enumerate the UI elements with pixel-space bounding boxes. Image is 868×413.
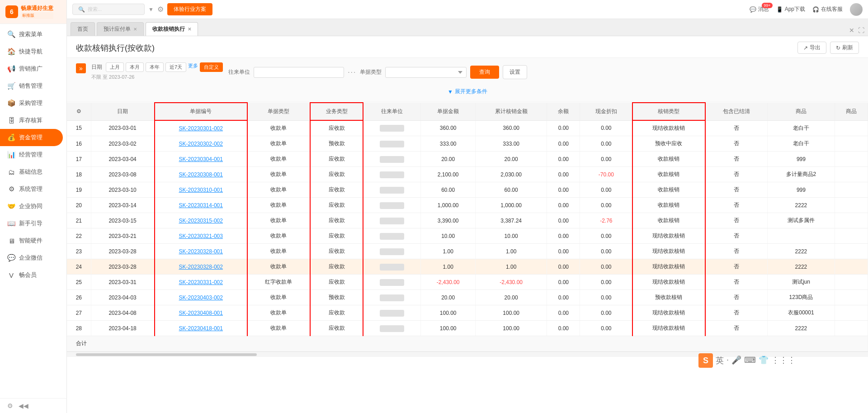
- settings-icon[interactable]: ⚙: [7, 402, 13, 409]
- sidebar-item-purchase[interactable]: 📦采购管理: [0, 95, 66, 112]
- col-goods2[interactable]: 商品: [835, 103, 868, 120]
- table-row[interactable]: 21 2023-03-15 SK-20230315-002 收款单 应收款 3,…: [67, 213, 868, 228]
- fullscreen-icon[interactable]: ⛶: [858, 27, 864, 34]
- refresh-btn[interactable]: ↻ 刷新: [830, 42, 859, 54]
- cell-billno[interactable]: SK-20230403-002: [155, 290, 247, 305]
- date-prev-month[interactable]: 上月: [106, 62, 124, 72]
- bill-type-select[interactable]: [385, 67, 467, 78]
- col-goods1[interactable]: 商品: [767, 103, 835, 120]
- topbar-gear-icon[interactable]: ⚙: [157, 5, 164, 14]
- sidebar-item-finance[interactable]: 💰资金管理: [0, 129, 63, 146]
- cell-billno[interactable]: SK-20230408-001: [155, 305, 247, 321]
- tab-payable[interactable]: 预计应付单 ✕: [97, 22, 144, 36]
- sidebar-item-corp[interactable]: 🤝企业协同: [0, 198, 66, 215]
- horizontal-scrollbar[interactable]: [76, 353, 257, 356]
- topbar-search[interactable]: 🔍 搜索...: [72, 4, 145, 15]
- table-row[interactable]: 16 2023-03-02 SK-20230302-002 收款单 预收款 33…: [67, 136, 868, 152]
- sidebar-item-sales[interactable]: 🛒销售管理: [0, 77, 66, 95]
- cell-billno[interactable]: SK-20230418-001: [155, 321, 247, 336]
- cell-billno[interactable]: SK-20230328-001: [155, 244, 247, 259]
- online-service-btn[interactable]: 🎧 在线客服: [812, 5, 843, 13]
- col-writetype[interactable]: 核销类型: [632, 103, 705, 120]
- table-row[interactable]: 20 2023-03-14 SK-20230314-001 收款单 应收款 1,…: [67, 198, 868, 213]
- tab-home[interactable]: 首页: [71, 22, 95, 36]
- col-settings[interactable]: ⚙: [67, 103, 91, 120]
- sidebar-item-basic[interactable]: 🗂基础信息: [0, 163, 66, 180]
- sidebar-item-inventory[interactable]: 🗄库存核算: [0, 112, 66, 129]
- date-this-year[interactable]: 本年: [146, 62, 164, 72]
- table-row[interactable]: 27 2023-04-08 SK-20230408-001 收款单 应收款 10…: [67, 305, 868, 321]
- export-btn[interactable]: ↗ 导出: [797, 42, 826, 54]
- sidebar-item-system[interactable]: ⚙系统管理: [0, 180, 66, 198]
- sidebar-item-marketing[interactable]: 📢营销推广: [0, 60, 66, 77]
- table-row[interactable]: 15 2023-03-01 SK-20230301-002 收款单 应收款 36…: [67, 120, 868, 136]
- date-this-month[interactable]: 本月: [126, 62, 144, 72]
- cell-goods1: 衣服00001: [767, 305, 835, 321]
- table-row[interactable]: 17 2023-03-04 SK-20230304-001 收款单 应收款 20…: [67, 152, 868, 167]
- dropdown-arrow[interactable]: ▼: [148, 6, 154, 13]
- close-tab-icon[interactable]: ✕: [849, 27, 854, 34]
- col-billno[interactable]: 单据编号: [155, 103, 247, 120]
- partner-input[interactable]: [254, 67, 344, 78]
- table-row[interactable]: 19 2023-03-10 SK-20230310-001 收款单 应收款 60…: [67, 182, 868, 198]
- col-date[interactable]: 日期: [91, 103, 154, 120]
- tab-receipt[interactable]: 收款核销执行 ✕: [146, 22, 198, 36]
- sidebar-item-hardware[interactable]: 🖥智能硬件: [0, 232, 66, 249]
- col-cumamount[interactable]: 累计核销金额: [475, 103, 547, 120]
- cell-billno[interactable]: SK-20230331-002: [155, 275, 247, 290]
- sidebar-item-member[interactable]: V畅会员: [0, 266, 66, 284]
- tab-close-receipt[interactable]: ✕: [188, 27, 191, 32]
- sidebar-item-newbie[interactable]: 📖新手引导: [0, 215, 66, 232]
- user-avatar[interactable]: [850, 3, 863, 16]
- cell-billno[interactable]: SK-20230302-002: [155, 136, 247, 152]
- col-balance[interactable]: 余额: [547, 103, 580, 120]
- cell-billno[interactable]: SK-20230304-001: [155, 152, 247, 167]
- cell-rownum: 20: [67, 198, 91, 213]
- cell-billno[interactable]: SK-20230310-001: [155, 182, 247, 198]
- more-options-dots[interactable]: ···: [348, 68, 356, 76]
- table-row[interactable]: 28 2023-04-18 SK-20230418-001 收款单 应收款 10…: [67, 321, 868, 336]
- date-more[interactable]: 更多: [188, 62, 198, 72]
- table-row[interactable]: 18 2023-03-08 SK-20230308-001 收款单 应收款 2,…: [67, 167, 868, 182]
- cell-cashdiscount: -2.76: [580, 213, 633, 228]
- settings-btn[interactable]: 设置: [503, 65, 527, 79]
- table-row[interactable]: 24 2023-03-28 SK-20230328-002 收款单 应收款 1.…: [67, 259, 868, 275]
- cell-writetype: 现结收款核销: [632, 120, 705, 136]
- query-btn[interactable]: 查询: [470, 66, 499, 79]
- expand-conditions-btn[interactable]: ▼ 展开更多条件: [76, 86, 859, 97]
- sidebar-item-quicknav[interactable]: 🏠快捷导航: [0, 43, 66, 60]
- col-biztype[interactable]: 业务类型: [310, 103, 363, 120]
- sidebar-item-label: 智能硬件: [19, 237, 42, 245]
- table-row[interactable]: 22 2023-03-21 SK-20230321-003 收款单 应收款 10…: [67, 228, 868, 244]
- cell-billtype: 收款单: [247, 167, 310, 182]
- col-amount[interactable]: 单据金额: [421, 103, 476, 120]
- cell-billno[interactable]: SK-20230301-002: [155, 120, 247, 136]
- sidebar: 6 畅康通好生意 标推版 🔍搜索菜单🏠快捷导航📢营销推广🛒销售管理📦采购管理🗄库…: [0, 0, 67, 413]
- cell-billno[interactable]: SK-20230314-001: [155, 198, 247, 213]
- app-download-btn[interactable]: 📱 App下载: [776, 5, 805, 13]
- date-7days[interactable]: 近7天: [165, 62, 186, 72]
- col-cashdiscount[interactable]: 现金折扣: [580, 103, 633, 120]
- sidebar-item-search[interactable]: 🔍搜索菜单: [0, 26, 66, 43]
- cell-billno[interactable]: SK-20230315-002: [155, 213, 247, 228]
- cell-billno[interactable]: SK-20230308-001: [155, 167, 247, 182]
- footer-total-label: 合计: [67, 336, 868, 351]
- sidebar-item-wechat[interactable]: 💬企业微信: [0, 249, 66, 266]
- cell-billno[interactable]: SK-20230321-003: [155, 228, 247, 244]
- cell-billno[interactable]: SK-20230328-002: [155, 259, 247, 275]
- date-custom-btn[interactable]: 自定义: [200, 62, 223, 72]
- cell-cumamount: 360.00: [475, 120, 547, 136]
- col-includeclear[interactable]: 包含已结清: [705, 103, 768, 120]
- table-row[interactable]: 23 2023-03-28 SK-20230328-001 收款单 应收款 1.…: [67, 244, 868, 259]
- sidebar-item-operation[interactable]: 📊经营管理: [0, 146, 66, 163]
- col-billtype[interactable]: 单据类型: [247, 103, 310, 120]
- industry-btn[interactable]: 体验行业方案: [167, 3, 212, 15]
- collapse-icon[interactable]: ◀◀: [19, 402, 28, 409]
- table-row[interactable]: 26 2023-04-03 SK-20230403-002 收款单 预收款 20…: [67, 290, 868, 305]
- table-row[interactable]: 25 2023-03-31 SK-20230331-002 红字收款单 应收款 …: [67, 275, 868, 290]
- col-partner[interactable]: 往来单位: [363, 103, 421, 120]
- tab-close-payable[interactable]: ✕: [133, 27, 137, 32]
- filter-toggle-btn[interactable]: »: [76, 63, 86, 73]
- cell-balance: 0.00: [547, 167, 580, 182]
- messages-btn[interactable]: 💬 消息 99+: [750, 5, 769, 13]
